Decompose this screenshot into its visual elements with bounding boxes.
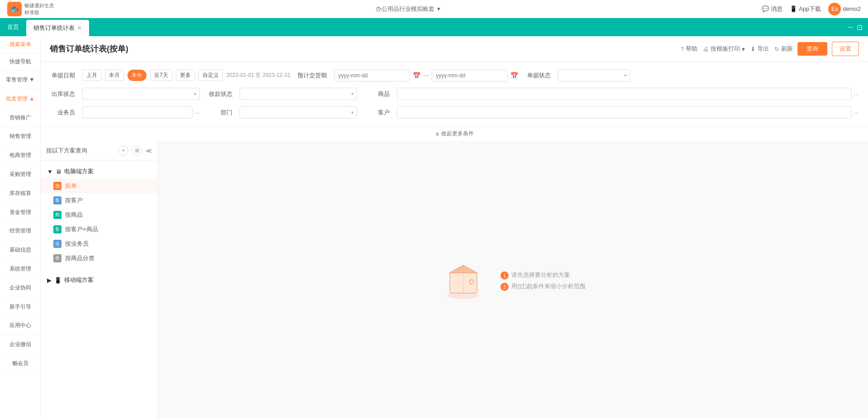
user-menu[interactable]: Ea demo2: [828, 3, 861, 15]
collection-status-select[interactable]: [240, 88, 357, 100]
setting-scheme-btn[interactable]: ⚙: [132, 146, 142, 156]
wholesale-arrow-icon: ▲: [29, 95, 35, 103]
scheme-by-goods[interactable]: 商 按商品: [41, 208, 158, 222]
goods-input-area: ···: [397, 88, 859, 100]
hint-list: 1 请先选择要分析的方案 2 用[过滤]条件来缩小分析范围: [500, 271, 585, 291]
left-panel-title: 按以下方案查询: [46, 147, 87, 155]
print-arrow-icon: ▾: [742, 46, 745, 52]
sidebar-item-member[interactable]: 畅会员: [0, 354, 40, 373]
sidebar-item-enterprise[interactable]: 企业协同: [0, 279, 40, 298]
sidebar-item-marketing[interactable]: 营销推广: [0, 109, 40, 128]
help-btn[interactable]: ? 帮助: [681, 45, 698, 53]
collapse-more-btn[interactable]: ∧ 收起更多条件: [41, 126, 868, 141]
sidebar-item-appcenter[interactable]: 应用中心: [0, 316, 40, 335]
sidebar-item-newbie[interactable]: 新手引导: [0, 298, 40, 317]
filter-row-3: 业务员 ··· 部门 ▾ 客户 ···: [50, 106, 859, 119]
tab-close-icon[interactable]: ✕: [77, 25, 82, 31]
retail-arrow-icon: ▼: [29, 76, 35, 84]
message-btn[interactable]: 💬 消息: [762, 5, 783, 13]
sidebar-item-finance[interactable]: 资金管理: [0, 203, 40, 222]
workspace-selector[interactable]: 办公用品行业模拟账套 ▾: [376, 5, 440, 13]
computer-icon: 🖥: [56, 168, 61, 175]
dept-select[interactable]: [240, 106, 357, 119]
salesperson-input[interactable]: [82, 106, 193, 119]
refresh-btn[interactable]: ↻ 刷新: [774, 45, 793, 53]
panel-layout: 按以下方案查询 + ⚙ ≪ ▼ 🖥 电脑端方案 按 按单: [41, 141, 868, 418]
mobile-scheme-parent[interactable]: ▶ 📱 移动端方案: [41, 273, 158, 287]
expected-date-end[interactable]: [432, 70, 508, 81]
salesperson-more-icon[interactable]: ···: [194, 109, 200, 116]
dept-select-wrap: ▾: [240, 106, 357, 119]
scheme-by-order[interactable]: 按 按单: [41, 179, 158, 193]
empty-state: 1 请先选择要分析的方案 2 用[过滤]条件来缩小分析范围: [500, 266, 585, 294]
tab-home[interactable]: 首页: [0, 18, 26, 36]
date-btn-last-month[interactable]: 上月: [82, 70, 101, 81]
date-btn-more[interactable]: 更多: [176, 70, 195, 81]
doc-status-label: 单据状态: [525, 71, 551, 80]
hint-num-2: 2: [500, 283, 509, 291]
expected-date-range: 📅 — 📅: [334, 70, 518, 81]
filter-row-2: 出库状态 ▾ 收款状态 ▾ 商品 ···: [50, 88, 859, 100]
date-btn-last-7[interactable]: 近7天: [150, 70, 172, 81]
doc-status-select[interactable]: [558, 69, 630, 81]
customer-input[interactable]: [397, 106, 852, 119]
date-btn-this-month[interactable]: 本月: [105, 70, 124, 81]
page-title: 销售订单统计表(按单): [50, 43, 128, 54]
print-icon: 🖨: [703, 46, 709, 52]
left-panel-header: 按以下方案查询 + ⚙ ≪: [41, 141, 158, 161]
settings-button[interactable]: 设置: [832, 42, 859, 56]
scheme-by-customer[interactable]: 客 按客户: [41, 193, 158, 208]
doc-status-select-wrap: ▾: [558, 69, 630, 81]
scheme-by-category[interactable]: 类 按商品分类: [41, 251, 158, 266]
sidebar-item-quick-nav[interactable]: 快捷导航: [0, 53, 40, 71]
sidebar-item-search-menu[interactable]: 搜索菜单: [0, 36, 40, 53]
customer-more-icon[interactable]: ···: [854, 109, 859, 116]
add-scheme-btn[interactable]: +: [118, 146, 128, 156]
goods-label: 商品: [364, 90, 390, 98]
sidebar-item-retail[interactable]: 零售管理▼: [0, 71, 40, 90]
calendar-icon-1: 📅: [413, 72, 420, 79]
sidebar-item-ecommerce[interactable]: 电商管理: [0, 146, 40, 165]
app-download-btn[interactable]: 📱 App下载: [790, 5, 821, 13]
template-print-btn[interactable]: 🖨 按模板打印 ▾: [703, 45, 745, 53]
tab-sales-stats[interactable]: 销售订单统计表 ✕: [26, 20, 89, 36]
sidebar-item-operations[interactable]: 经营管理: [0, 222, 40, 241]
page-header: 销售订单统计表(按单) ? 帮助 🖨 按模板打印 ▾ ⬇: [41, 36, 868, 62]
pc-scheme-parent[interactable]: ▼ 🖥 电脑端方案: [41, 164, 158, 179]
goods-more-icon[interactable]: ···: [854, 90, 859, 98]
sidebar-item-wholesale[interactable]: 批发管理▲: [0, 90, 40, 109]
collapse-icon: ∧: [435, 131, 439, 137]
minimize-icon[interactable]: ─: [848, 23, 853, 31]
expected-date-start[interactable]: [334, 70, 410, 81]
by-order-icon: 按: [53, 182, 61, 190]
sidebar-item-wechat[interactable]: 企业微信: [0, 335, 40, 354]
filter-row-1: 单据日期 上月 本月 本年 近7天 更多 自定义 2023-01-01 至 20…: [50, 69, 859, 81]
main-layout: 搜索菜单 快捷导航 零售管理▼ 批发管理▲ 营销推广 销售管理 电商管理 采购管…: [0, 36, 868, 418]
export-btn[interactable]: ⬇ 导出: [750, 45, 769, 53]
scheme-by-customer-goods[interactable]: 客 按客户+商品: [41, 222, 158, 237]
tab-bar-right: ─ ⊡: [848, 23, 868, 32]
mobile-icon: 📱: [54, 277, 61, 284]
goods-input[interactable]: [397, 88, 852, 100]
empty-illustration: [441, 257, 486, 302]
pc-scheme-section: ▼ 🖥 电脑端方案 按 按单 客 按客户 商 按商品: [41, 161, 158, 269]
by-customer-icon: 客: [53, 196, 61, 204]
collection-status-select-wrap: ▾: [240, 88, 357, 100]
right-panel: 1 请先选择要分析的方案 2 用[过滤]条件来缩小分析范围: [158, 141, 868, 418]
sidebar-item-sales[interactable]: 销售管理: [0, 127, 40, 146]
by-salesperson-icon: 业: [53, 240, 61, 248]
out-status-select[interactable]: [82, 88, 200, 100]
sidebar-item-inventory[interactable]: 库存核算: [0, 184, 40, 203]
sidebar: 搜索菜单 快捷导航 零售管理▼ 批发管理▲ 营销推广 销售管理 电商管理 采购管…: [0, 36, 41, 418]
refresh-icon: ↻: [774, 46, 779, 52]
panel-collapse-btn[interactable]: ≪: [146, 147, 152, 154]
customer-input-area: ···: [397, 106, 859, 119]
date-btn-this-year[interactable]: 本年: [127, 70, 146, 81]
sidebar-item-basic[interactable]: 基础信息: [0, 241, 40, 260]
sidebar-item-system[interactable]: 系统管理: [0, 260, 40, 279]
query-button[interactable]: 查询: [797, 42, 827, 56]
sidebar-item-purchase[interactable]: 采购管理: [0, 165, 40, 184]
maximize-icon[interactable]: ⊡: [857, 23, 863, 32]
scheme-by-salesperson[interactable]: 业 按业务员: [41, 237, 158, 251]
date-btn-custom[interactable]: 自定义: [198, 70, 223, 81]
